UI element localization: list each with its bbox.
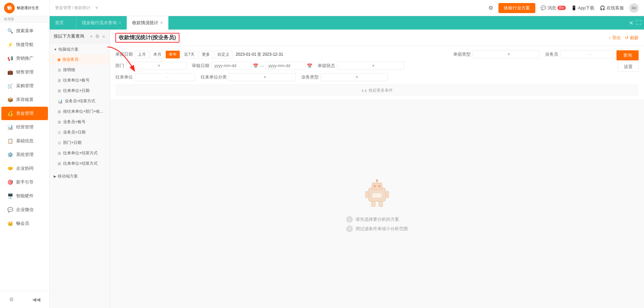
department-select[interactable]: ▼ bbox=[126, 62, 186, 70]
sidebar-item-0[interactable]: 🔍搜索菜单 bbox=[1, 24, 48, 38]
collapse-filter-bar[interactable]: ∧∧ 收起更多条件 bbox=[115, 85, 639, 96]
sidebar-item-5[interactable]: 📦库存核算 bbox=[1, 93, 48, 106]
collapse-sidebar-btn[interactable]: ◀◀ bbox=[30, 294, 43, 305]
sidebar-item-10[interactable]: 🤝企业协同 bbox=[1, 162, 48, 175]
scheme-icon-2: ⊠ bbox=[58, 78, 61, 83]
date-last-month[interactable]: 上月 bbox=[135, 51, 149, 58]
audit-end-calendar-icon[interactable]: 📅 bbox=[307, 63, 312, 68]
scheme-item-4[interactable]: 📊业务员+结算方式 bbox=[50, 96, 110, 106]
scheme-item-7[interactable]: ⊙业务员+日期 bbox=[50, 127, 110, 138]
scheme-item-label-10: 往来单位+结算方式 bbox=[63, 161, 98, 166]
query-button[interactable]: 查询 bbox=[616, 50, 639, 60]
svg-point-5 bbox=[376, 179, 378, 182]
avatar-text: Rit bbox=[632, 6, 636, 10]
nav-icon-14: 👑 bbox=[7, 220, 13, 227]
scheme-group-desktop-title[interactable]: ▼ 电脑端方案 bbox=[50, 45, 110, 54]
date-label: 单据日期 bbox=[115, 51, 133, 57]
trial-button[interactable]: 体验行业方案 bbox=[498, 3, 535, 13]
nav-label-3: 销售管理 bbox=[16, 69, 34, 75]
scheme-settings-btn[interactable]: ⚙ bbox=[95, 33, 100, 40]
nav-label-11: 新手引导 bbox=[16, 179, 34, 185]
refresh-btn[interactable]: ↺ 刷新 bbox=[625, 35, 639, 41]
counterpart-category-select[interactable]: ▼ bbox=[229, 73, 296, 81]
date-this-year[interactable]: 本年 bbox=[166, 51, 180, 58]
refresh-label: 刷新 bbox=[630, 35, 639, 41]
scheme-item-3[interactable]: ⊠往来单位+日期 bbox=[50, 86, 110, 96]
salesperson-select[interactable]: ··· bbox=[560, 50, 614, 58]
date-filter: 单据日期 上月 本月 本年 近7天 更多 自定义 bbox=[115, 51, 283, 58]
breadcrumb-dropdown[interactable]: ▼ bbox=[95, 5, 99, 10]
scheme-item-2[interactable]: ⊠往来单位+账号 bbox=[50, 75, 110, 86]
nav-label-12: 智能硬件 bbox=[16, 193, 34, 199]
scheme-item-5[interactable]: ⊠按往来单位+部门+收... bbox=[50, 106, 110, 117]
empty-state: 1 请先选择要分析的方案 2 用过滤条件来缩小分析范围 bbox=[110, 100, 644, 308]
nav-icon-10: 🤝 bbox=[7, 165, 13, 172]
voucher-status-select[interactable]: ▼ bbox=[337, 62, 404, 70]
audit-date-end-input[interactable] bbox=[265, 62, 306, 70]
scheme-icon-9: ⊞ bbox=[58, 151, 61, 156]
scheme-item-9[interactable]: ⊞往来单位+结算方式 bbox=[50, 148, 110, 158]
maximize-window-btn[interactable]: ⛶ bbox=[636, 20, 641, 26]
sidebar-item-14[interactable]: 👑畅会员 bbox=[1, 217, 48, 230]
scheme-group-mobile-title[interactable]: ▶ 移动端方案 bbox=[50, 171, 110, 181]
sidebar-item-3[interactable]: 💼销售管理 bbox=[1, 65, 48, 79]
nav-label-0: 搜索菜单 bbox=[16, 28, 34, 34]
sidebar-item-12[interactable]: 🖥️智能硬件 bbox=[1, 189, 48, 203]
sidebar-item-8[interactable]: 📋基础信息 bbox=[1, 134, 48, 148]
sidebar-item-7[interactable]: 📊经营管理 bbox=[1, 120, 48, 134]
messages-btn[interactable]: 💬 消息 99+ bbox=[541, 5, 566, 11]
nav-label-8: 基础信息 bbox=[16, 138, 34, 144]
close-window-btn[interactable]: ✕ bbox=[629, 20, 633, 26]
tab-cashflow-label: 现金银行流水查询 bbox=[82, 20, 117, 26]
breadcrumb-text: 资金管理 / 收款统计 bbox=[55, 5, 91, 11]
online-service-btn[interactable]: 🎧 在线客服 bbox=[600, 5, 624, 11]
app-download-label: App下载 bbox=[578, 5, 594, 11]
sidebar-item-4[interactable]: 🛒采购管理 bbox=[1, 79, 48, 93]
audit-start-calendar-icon[interactable]: 📅 bbox=[253, 63, 258, 68]
scheme-icon-8: ⊙ bbox=[58, 141, 61, 145]
tab-home[interactable]: 首页 bbox=[50, 16, 76, 30]
tab-collection[interactable]: 收款情况统计 × bbox=[127, 16, 168, 30]
filter-row-1: 单据日期 上月 本月 本年 近7天 更多 自定义 bbox=[115, 50, 614, 58]
date-this-month[interactable]: 本月 bbox=[150, 51, 164, 58]
tab-cashflow[interactable]: 现金银行流水查询 × bbox=[76, 16, 127, 30]
sidebar-item-9[interactable]: ⚙️系统管理 bbox=[1, 148, 48, 161]
sidebar-item-6[interactable]: 💰资金管理 bbox=[1, 107, 48, 120]
sidebar-item-13[interactable]: 💬企业微信 bbox=[1, 203, 48, 216]
scheme-item-6[interactable]: ⊠业务员+账号 bbox=[50, 117, 110, 127]
sidebar-item-1[interactable]: ⚡快捷导航 bbox=[1, 38, 48, 51]
user-avatar[interactable]: Rit bbox=[629, 3, 639, 13]
page-content: 按以下方案查询 + ⚙ « ▼ 电脑端方案 ↻按业务员⊞按明细⊠往来单位+账号⊠… bbox=[50, 30, 644, 308]
date-last-7days[interactable]: 近7天 bbox=[181, 51, 198, 58]
business-type-select[interactable]: ▼ bbox=[321, 73, 388, 81]
add-scheme-btn[interactable]: + bbox=[89, 33, 93, 40]
nav-icon-6: 💰 bbox=[7, 110, 13, 117]
settings-bottom-btn[interactable]: ⚙ bbox=[6, 294, 16, 305]
date-custom[interactable]: 自定义 bbox=[214, 51, 232, 58]
app-download-btn[interactable]: 📱 App下载 bbox=[571, 5, 594, 11]
sidebar-item-2[interactable]: 📢营销推广 bbox=[1, 52, 48, 65]
page-title-bar: 收款情况统计(按业务员) ↑ 导出 ↺ 刷新 bbox=[110, 30, 644, 46]
scheme-item-1[interactable]: ⊞按明细 bbox=[50, 65, 110, 75]
counterpart-select[interactable]: ··· bbox=[135, 73, 195, 81]
filter-settings-button[interactable]: 设置 bbox=[618, 62, 639, 72]
sidebar-item-11[interactable]: 🎯新手引导 bbox=[1, 175, 48, 189]
scheme-collapse-btn[interactable]: « bbox=[102, 33, 106, 40]
header-settings-icon[interactable]: ⚙ bbox=[488, 5, 493, 11]
scheme-item-0[interactable]: ↻按业务员 bbox=[50, 54, 110, 65]
date-more[interactable]: 更多 bbox=[199, 51, 213, 58]
export-btn[interactable]: ↑ 导出 bbox=[609, 35, 621, 41]
scheme-icon-10: ⊠ bbox=[58, 161, 61, 166]
scheme-item-label-5: 按往来单位+部门+收... bbox=[63, 109, 103, 114]
step-1-num: 1 bbox=[346, 216, 353, 223]
export-icon: ↑ bbox=[609, 35, 611, 40]
voucher-type-select[interactable]: ▼ bbox=[473, 50, 540, 58]
app-download-icon: 📱 bbox=[571, 5, 577, 10]
tab-cashflow-close[interactable]: × bbox=[119, 20, 121, 25]
counterpart-more-btn[interactable]: ··· bbox=[166, 75, 192, 80]
scheme-item-label-1: 按明细 bbox=[63, 67, 75, 73]
scheme-item-8[interactable]: ⊙部门+日期 bbox=[50, 138, 110, 148]
tab-collection-close[interactable]: × bbox=[160, 20, 163, 25]
audit-date-start-input[interactable] bbox=[211, 62, 252, 70]
scheme-item-10[interactable]: ⊠往来单位+结算方式 bbox=[50, 158, 110, 169]
